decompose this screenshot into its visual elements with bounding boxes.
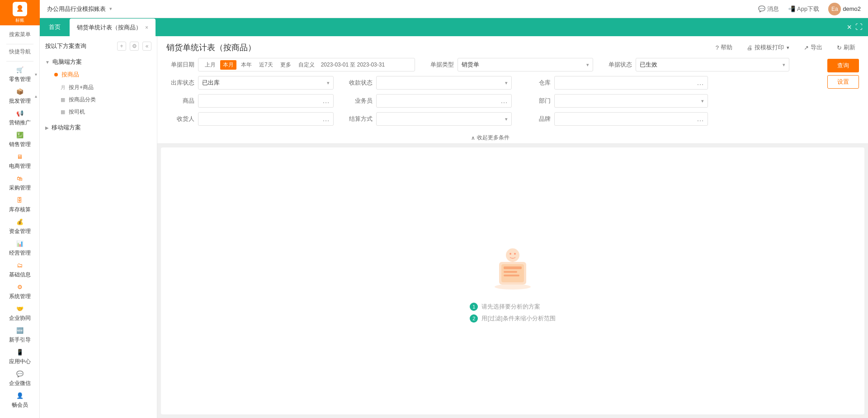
salesman-control[interactable]: … xyxy=(376,94,512,108)
collect-status-dropdown[interactable]: ▾ xyxy=(376,76,512,90)
scheme-sub-monthly-label: 按月+商品 xyxy=(69,84,94,91)
doc-status-dropdown[interactable]: 已生效 ▾ xyxy=(636,58,789,71)
refresh-label: 刷新 xyxy=(844,43,855,52)
settings-scheme-button[interactable]: ⚙ xyxy=(130,42,139,51)
goods-dots[interactable]: … xyxy=(322,97,330,105)
receiver-control[interactable]: … xyxy=(198,112,334,126)
sales-icon: 💹 xyxy=(15,131,24,140)
help-button[interactable]: ? 帮助 xyxy=(712,42,736,53)
collapse-button[interactable]: ∧ 收起更多条件 xyxy=(471,134,509,142)
finance-icon: 💰 xyxy=(15,218,24,227)
warehouse-label: 仓库 xyxy=(523,79,554,87)
download-icon: 📲 xyxy=(788,5,795,12)
settlement-dropdown[interactable]: ▾ xyxy=(376,112,512,126)
left-panel-icons: + ⚙ « xyxy=(117,42,151,51)
sidebar-item-finance[interactable]: 💰 资金管理 xyxy=(0,215,40,237)
sidebar-item-guide[interactable]: 🆕 新手引导 xyxy=(0,324,40,346)
tab-active[interactable]: 销货单统计表（按商品） × xyxy=(70,19,156,37)
app-download-button[interactable]: 📲 App下载 xyxy=(788,5,819,13)
desktop-scheme-parent[interactable]: ▼ 电脑端方案 xyxy=(40,56,157,68)
query-button[interactable]: 查询 xyxy=(827,59,859,72)
sidebar-item-ecommerce[interactable]: 🖥 电商管理 xyxy=(0,150,40,172)
mobile-scheme-name: 移动端方案 xyxy=(52,124,151,132)
logo[interactable]: 标账 xyxy=(0,0,40,25)
doc-type-dropdown[interactable]: 销货单 ▾ xyxy=(458,58,593,71)
desktop-scheme-name: 电脑端方案 xyxy=(52,58,151,66)
user-area[interactable]: Ea demo2 xyxy=(828,3,861,15)
enterprise-icon: 🤝 xyxy=(15,304,24,314)
out-status-dropdown[interactable]: 已出库 ▾ xyxy=(198,76,334,90)
print-button[interactable]: 🖨 按模板打印 ▾ xyxy=(743,42,793,53)
mobile-scheme-section: ▶ 移动端方案 xyxy=(40,120,157,135)
brand-control[interactable]: … xyxy=(554,112,708,126)
sidebar-item-basic[interactable]: 🗂 基础信息 xyxy=(0,259,40,280)
sidebar-item-enterprise[interactable]: 🤝 企业协同 xyxy=(0,302,40,324)
warehouse-dots[interactable]: … xyxy=(697,79,704,87)
filter-row-3: 商品 … 业务员 … 部门 ▾ xyxy=(166,94,814,108)
date-tab-more[interactable]: 更多 xyxy=(278,60,294,70)
message-label: 消息 xyxy=(767,5,779,13)
sidebar-item-wholesale[interactable]: 📦 批发管理 ▴ xyxy=(0,85,40,107)
svg-point-0 xyxy=(18,5,22,10)
scheme-sub-monthly[interactable]: 月 按月+商品 xyxy=(40,81,157,94)
scheme-item-by-goods[interactable]: 按商品 xyxy=(40,68,157,81)
salesman-label: 业务员 xyxy=(344,97,376,105)
scheme-sub-driver[interactable]: ▦ 按司机 xyxy=(40,106,157,118)
export-button[interactable]: ↗ 导出 xyxy=(800,42,826,53)
tab-close-window-icon[interactable]: × xyxy=(847,23,852,32)
scheme-sub-category[interactable]: ▦ 按商品分类 xyxy=(40,94,157,106)
settlement-chevron-icon: ▾ xyxy=(505,116,508,122)
sidebar-item-sales[interactable]: 💹 销售管理 xyxy=(0,128,40,150)
tab-home[interactable]: 首页 xyxy=(40,18,70,36)
refresh-button[interactable]: ↻ 刷新 xyxy=(833,42,859,53)
sidebar-item-inventory[interactable]: 🗄 库存核算 xyxy=(0,194,40,215)
avatar: Ea xyxy=(828,3,841,15)
sidebar-item-system[interactable]: ⚙ 系统管理 xyxy=(0,280,40,302)
svg-point-1 xyxy=(495,284,531,290)
date-tab-last-month[interactable]: 上月 xyxy=(202,60,218,70)
out-status-value: 已出库 xyxy=(202,79,327,87)
print-dropdown-icon[interactable]: ▾ xyxy=(787,45,789,51)
tab-close-icon[interactable]: × xyxy=(145,24,148,31)
scheme-label-by-goods: 按商品 xyxy=(61,71,79,79)
collapse-panel-button[interactable]: « xyxy=(142,42,151,51)
collapse-icon: ∧ xyxy=(471,135,475,141)
goods-control[interactable]: … xyxy=(198,94,334,108)
settings-button[interactable]: 设置 xyxy=(827,75,859,89)
salesman-dots[interactable]: … xyxy=(500,97,508,105)
date-value: 2023-03-01 至 2023-03-31 xyxy=(321,61,385,69)
date-tab-this-month[interactable]: 本月 xyxy=(220,60,236,70)
receiver-dots[interactable]: … xyxy=(322,115,330,123)
topbar-dropdown-icon[interactable]: ▾ xyxy=(109,6,112,12)
sidebar-item-retail[interactable]: 🛒 零售管理 ▾ xyxy=(0,63,40,85)
date-tab-this-year[interactable]: 本年 xyxy=(238,60,255,70)
sidebar-quick-nav[interactable]: 快捷导航 xyxy=(0,46,39,59)
dept-dropdown[interactable]: ▾ xyxy=(554,94,708,108)
brand-dots[interactable]: … xyxy=(697,115,704,123)
sidebar-item-marketing[interactable]: 📢 营销推广 xyxy=(0,107,40,128)
settlement-label: 结算方式 xyxy=(344,115,376,123)
sidebar-search-link[interactable]: 搜索菜单 xyxy=(0,25,39,42)
date-tab-custom[interactable]: 自定义 xyxy=(296,60,317,70)
sidebar-item-operations[interactable]: 📊 经营管理 xyxy=(0,237,40,259)
filter-rows-container: 单据日期 上月 本月 本年 近7天 更多 自定义 2023-03-01 至 20… xyxy=(166,58,859,143)
date-tab-7days[interactable]: 近7天 xyxy=(256,60,276,70)
message-button[interactable]: 💬 消息 xyxy=(758,5,779,13)
sidebar-item-wechat[interactable]: 💬 企业微信 xyxy=(0,367,40,389)
add-scheme-button[interactable]: + xyxy=(117,42,126,51)
svg-rect-5 xyxy=(504,271,517,273)
sub-driver-icon: ▦ xyxy=(60,109,66,115)
sidebar-item-purchase[interactable]: 🛍 采购管理 xyxy=(0,172,40,194)
tab-maximize-icon[interactable]: ⛶ xyxy=(855,23,863,31)
dept-label: 部门 xyxy=(523,97,554,105)
date-filter[interactable]: 上月 本月 本年 近7天 更多 自定义 2023-03-01 至 2023-03… xyxy=(198,58,415,71)
filter-row-1: 单据日期 上月 本月 本年 近7天 更多 自定义 2023-03-01 至 20… xyxy=(166,58,814,71)
sidebar-item-apps[interactable]: 📱 应用中心 xyxy=(0,346,40,367)
empty-illustration xyxy=(486,239,540,294)
mobile-scheme-parent[interactable]: ▶ 移动端方案 xyxy=(40,122,157,133)
tabbar: 首页 销货单统计表（按商品） × × ⛶ xyxy=(40,18,868,36)
sidebar-item-member[interactable]: 👤 畅会员 xyxy=(0,389,40,411)
warehouse-control[interactable]: … xyxy=(554,76,708,90)
retail-icon: 🛒 xyxy=(15,66,24,75)
logo-text: 标账 xyxy=(15,17,24,24)
